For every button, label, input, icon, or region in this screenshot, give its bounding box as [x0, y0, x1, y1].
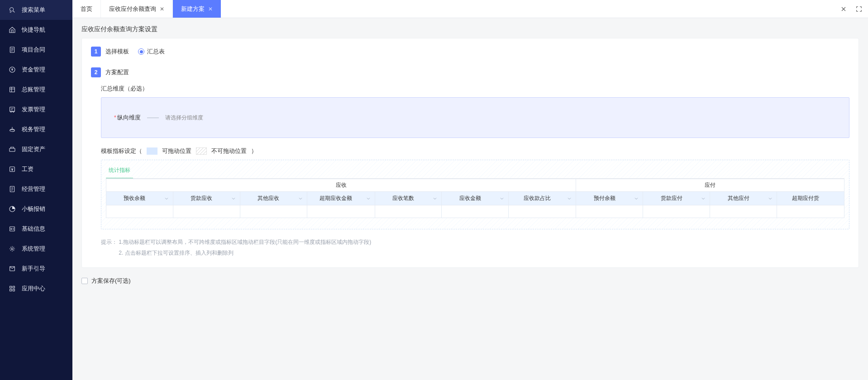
step-2-label: 方案配置	[105, 68, 129, 76]
chevron-down-icon[interactable]	[231, 196, 236, 201]
chevron-down-icon[interactable]	[164, 196, 169, 201]
col-header[interactable]: 应收款占比	[509, 192, 576, 205]
step-1-row: 1 选择模板 汇总表	[91, 47, 849, 57]
base-info-icon	[8, 225, 16, 233]
svg-rect-4	[10, 107, 15, 111]
indicator-legend: 模板指标设定（ 可拖动位置 不可拖动位置 ）	[101, 147, 849, 155]
step-1-chip: 1	[91, 47, 101, 57]
radio-label: 汇总表	[147, 48, 165, 56]
sidebar-item-label: 应用中心	[22, 285, 45, 293]
col-header[interactable]: 应收笔数	[375, 192, 442, 205]
sidebar: 搜索菜单 快捷导航 项目合同 资金管理 总账管理 发票管理 税务管理	[0, 0, 72, 380]
contract-icon	[8, 46, 16, 54]
stat-indicator-label: 统计指标	[106, 166, 133, 179]
sidebar-item-label: 系统管理	[22, 245, 45, 253]
close-icon[interactable]: ✕	[160, 6, 164, 12]
dimension-field-label: *纵向维度	[114, 114, 141, 122]
sidebar-item-label: 基础信息	[22, 225, 45, 233]
radio-dot-icon	[138, 48, 144, 55]
svg-point-0	[10, 8, 14, 11]
report-icon	[8, 205, 16, 213]
sidebar-item-invoice[interactable]: 发票管理	[0, 100, 72, 119]
home-icon	[8, 26, 16, 34]
col-header[interactable]: 其他应收	[240, 192, 307, 205]
svg-rect-16	[10, 289, 12, 291]
tax-icon	[8, 125, 16, 133]
sidebar-item-salary[interactable]: 工资	[0, 159, 72, 179]
chevron-down-icon[interactable]	[432, 196, 438, 201]
legend-close: ）	[251, 147, 257, 155]
col-header[interactable]: 超期应收金额	[307, 192, 375, 205]
sidebar-item-quick-nav[interactable]: 快捷导航	[0, 20, 72, 40]
close-icon[interactable]: ✕	[208, 6, 213, 12]
fullscreen-icon[interactable]	[854, 5, 863, 14]
col-header[interactable]: 预收余额	[106, 192, 173, 205]
chevron-down-icon[interactable]	[366, 196, 371, 201]
chevron-down-icon[interactable]	[567, 196, 572, 201]
tab-label: 应收应付余额查询	[109, 5, 156, 13]
sidebar-item-base-info[interactable]: 基础信息	[0, 219, 72, 239]
step-2-row: 2 方案配置	[91, 67, 849, 77]
dimension-input[interactable]	[165, 111, 233, 124]
chevron-down-icon[interactable]	[499, 196, 505, 201]
sidebar-item-expense-report[interactable]: 小畅报销	[0, 199, 72, 219]
invoice-icon	[8, 105, 16, 114]
chevron-down-icon[interactable]	[298, 196, 303, 201]
group-payable-header[interactable]: 应付	[576, 179, 844, 192]
save-plan-label: 方案保存(可选)	[91, 277, 131, 285]
save-plan-checkbox[interactable]	[81, 278, 88, 284]
sidebar-item-funds[interactable]: 资金管理	[0, 60, 72, 80]
tip-line-1: 1.拖动标题栏可以调整布局，不可跨维度或指标区域拖动栏目字段(只能在同一维度或指…	[119, 239, 371, 245]
chevron-down-icon[interactable]	[634, 196, 639, 201]
sidebar-item-guide[interactable]: 新手引导	[0, 259, 72, 279]
draggable-swatch	[147, 147, 157, 155]
save-plan-row[interactable]: 方案保存(可选)	[81, 277, 868, 285]
tab-home[interactable]: 首页	[72, 0, 100, 18]
col-header[interactable]: 货款应收	[173, 192, 240, 205]
dimension-box: *纵向维度	[101, 97, 849, 138]
col-header[interactable]: 应收金额	[442, 192, 509, 205]
sidebar-item-system[interactable]: 系统管理	[0, 239, 72, 259]
sidebar-item-label: 税务管理	[22, 125, 45, 133]
table-row	[106, 205, 844, 218]
search-menu-icon	[8, 6, 16, 14]
group-receivable-header[interactable]: 应收	[106, 179, 576, 192]
sidebar-item-operations[interactable]: 经营管理	[0, 179, 72, 199]
col-header[interactable]: 其他应付	[710, 192, 777, 205]
tab-label: 首页	[81, 5, 92, 13]
tips: 提示： 1.拖动标题栏可以调整布局，不可跨维度或指标区域拖动栏目字段(只能在同一…	[101, 237, 849, 258]
system-icon	[8, 245, 16, 253]
sidebar-item-label: 小畅报销	[22, 205, 45, 213]
tabs-close-all[interactable]	[839, 5, 848, 14]
sidebar-item-label: 工资	[22, 165, 33, 173]
svg-rect-6	[10, 148, 15, 152]
col-header[interactable]: 货款应付	[643, 192, 710, 205]
svg-point-12	[11, 248, 13, 250]
sidebar-item-apps[interactable]: 应用中心	[0, 279, 72, 299]
sidebar-item-label: 搜索菜单	[22, 6, 45, 14]
col-header[interactable]: 超期应付货	[777, 192, 844, 205]
sidebar-item-project-contract[interactable]: 项目合同	[0, 40, 72, 60]
sidebar-item-label: 资金管理	[22, 66, 45, 74]
col-header[interactable]: 预付余额	[576, 192, 643, 205]
operations-icon	[8, 185, 16, 193]
sidebar-item-general-ledger[interactable]: 总账管理	[0, 80, 72, 100]
sidebar-item-tax[interactable]: 税务管理	[0, 119, 72, 139]
chevron-down-icon[interactable]	[768, 196, 773, 201]
apps-icon	[8, 285, 16, 293]
tab-new-plan[interactable]: 新建方案 ✕	[172, 0, 221, 18]
tab-balance-query[interactable]: 应收应付余额查询 ✕	[100, 0, 172, 18]
chevron-down-icon[interactable]	[701, 196, 706, 201]
sidebar-item-label: 快捷导航	[22, 26, 45, 34]
sidebar-item-search-menu[interactable]: 搜索菜单	[0, 0, 72, 20]
sidebar-item-fixed-asset[interactable]: 固定资产	[0, 139, 72, 159]
svg-rect-17	[13, 289, 14, 291]
funds-icon	[8, 66, 16, 74]
required-marker: *	[114, 114, 116, 121]
page-title: 应收应付余额查询方案设置	[72, 18, 868, 38]
ledger-icon	[8, 86, 16, 94]
step-2-chip: 2	[91, 67, 101, 77]
step-1-label: 选择模板	[105, 48, 129, 56]
indicator-dashed-box: 统计指标 应收	[101, 160, 849, 229]
template-summary-radio[interactable]: 汇总表	[138, 48, 165, 56]
